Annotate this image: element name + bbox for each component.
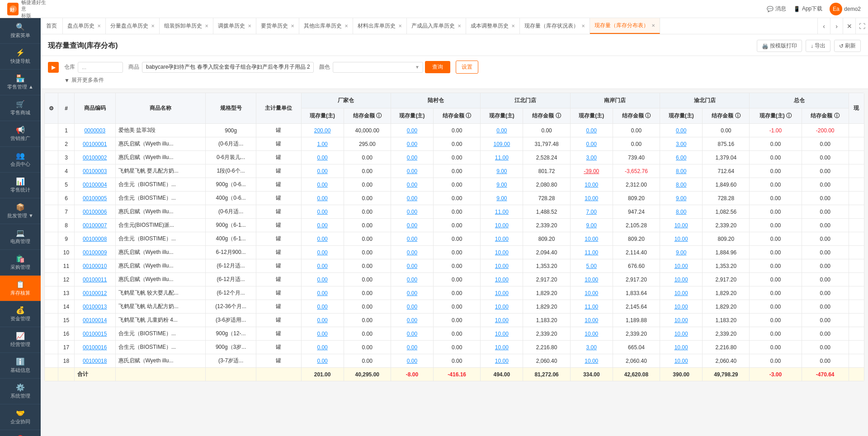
- sidebar-item-inventory[interactable]: 📋 库存核算: [0, 276, 41, 301]
- expand-more-conditions[interactable]: ▼ 展开更多条件: [64, 76, 861, 84]
- th-yb-amt: 结存金额 ⓘ: [703, 108, 750, 124]
- retail-stats-icon: 📊: [0, 177, 41, 186]
- tab-qty-count[interactable]: 分量盘点单历史 ✕: [106, 18, 160, 34]
- sidebar-item-wholesale[interactable]: 📦 批发管理 ▼: [0, 198, 41, 224]
- table-row: 1100100010惠氏启赋（Wyeth illu...(6-12月适...罐0…: [45, 259, 864, 273]
- marketing-icon: 📢: [0, 126, 41, 134]
- tab-cost-adjust[interactable]: 成本调整单历史 ✕: [466, 18, 520, 34]
- tab-material-out[interactable]: 材料出库单历史 ✕: [353, 18, 407, 34]
- table-row: 800100007合生元(BIOSTIME)派...900g（6-1...罐0.…: [45, 219, 864, 232]
- wholesale-icon: 📦: [0, 203, 41, 211]
- logo-icon: 好: [7, 3, 19, 15]
- app-download-btn[interactable]: 📱 App下载: [793, 5, 822, 13]
- sidebar-item-ecommerce[interactable]: 💻 电商管理: [0, 224, 41, 250]
- tab-transfer[interactable]: 调拨单历史 ✕: [213, 18, 256, 34]
- tab-close-icon[interactable]: ✕: [581, 23, 585, 28]
- sidebar-item-cooperation[interactable]: 🤝 企业协同: [0, 404, 41, 430]
- export-icon: ↓: [811, 43, 813, 49]
- refresh-btn[interactable]: ↺ 刷新: [834, 40, 861, 52]
- app-icon: 📱: [793, 6, 800, 12]
- setting-btn[interactable]: 设置: [456, 61, 478, 74]
- tab-stock-dist[interactable]: 现存量（库存分布表） ✕: [590, 18, 660, 34]
- color-dropdown-icon: ▼: [415, 65, 420, 70]
- tab-close-icon[interactable]: ✕: [97, 23, 101, 28]
- print-icon: 🖨️: [762, 43, 769, 49]
- tab-other-out[interactable]: 其他出库单历史 ✕: [299, 18, 353, 34]
- svg-text:好: 好: [9, 7, 15, 12]
- tab-prev-btn[interactable]: ‹: [817, 18, 830, 34]
- sidebar-item-search[interactable]: 🔍 搜索英单: [0, 18, 41, 44]
- tab-close-icon[interactable]: ✕: [511, 23, 515, 28]
- inventory-icon: 📋: [0, 280, 41, 289]
- sidebar-item-marketing[interactable]: 📢 营销推广: [0, 121, 41, 147]
- th-yb-qty: 现存量(主): [660, 108, 703, 124]
- tab-close-icon[interactable]: ✕: [398, 23, 402, 28]
- th-no: #: [58, 93, 75, 124]
- tab-close-icon[interactable]: ✕: [651, 23, 655, 28]
- sidebar-item-purchase[interactable]: 🛍️ 采购管理: [0, 250, 41, 276]
- inventory-table: ⚙ # 商品编码 商品名称 规格型号 主计量单位 厂家仓 陆村仓 江北门店 南岸…: [44, 93, 864, 381]
- table-row: 300100002惠氏启赋（Wyeth illu...0-6月装儿...罐0.0…: [45, 151, 864, 164]
- table-row: 1000100009惠氏启赋（Wyeth illu...6-12月900...罐…: [45, 246, 864, 259]
- page-title: 现存量查询(库存分布): [48, 41, 118, 51]
- message-icon: 💬: [767, 6, 774, 12]
- table-row: 700100006惠氏启赋（Wyeth illu...(0-6月适...罐0.0…: [45, 205, 864, 219]
- tab-stock-status[interactable]: 现存量（库存状况表） ✕: [520, 18, 590, 34]
- table-row: 1700100016合生元（BIOSTIME）...900g（3岁...罐0.0…: [45, 341, 864, 354]
- th-jbmd-qty: 现存量(主): [481, 108, 523, 124]
- product-filter: 商品: [128, 62, 314, 73]
- tab-close-all-btn[interactable]: ✕: [843, 18, 855, 34]
- th-cjc-qty: 现存量(主): [301, 108, 344, 124]
- export-btn[interactable]: ↓ 导出: [806, 40, 830, 52]
- sidebar-item-retail-mgmt[interactable]: 🏪 零售管理 ▲: [0, 70, 41, 95]
- tab-next-btn[interactable]: ›: [830, 18, 843, 34]
- table-row: 1200100011惠氏启赋（Wyeth illu...(6-12月适...罐0…: [45, 273, 864, 286]
- sidebar-item-finance[interactable]: 💰 资金管理: [0, 301, 41, 327]
- sidebar-item-guide[interactable]: 🎯 新手引导: [0, 430, 41, 436]
- tab-requisition[interactable]: 要货单历史 ✕: [256, 18, 299, 34]
- th-total-amt: 结存金额 ⓘ: [802, 108, 849, 124]
- warehouse-filter: 仓库: [64, 62, 123, 73]
- th-total-group: 总仓: [750, 93, 849, 108]
- sidebar-item-system[interactable]: ⚙️ 系统管理: [0, 379, 41, 404]
- filter-expand-btn[interactable]: ▶: [48, 62, 59, 73]
- th-unit: 主计量单位: [256, 93, 301, 124]
- ecommerce-icon: 💻: [0, 229, 41, 237]
- sidebar-item-basic-info[interactable]: ℹ️ 基础信息: [0, 353, 41, 379]
- retail-mgmt-icon: 🏪: [0, 74, 41, 83]
- th-lcc-group: 陆村仓: [391, 93, 480, 108]
- color-input[interactable]: [333, 62, 423, 73]
- th-settings: ⚙: [45, 93, 58, 124]
- sidebar-item-quick-nav[interactable]: ⚡ 快捷导航: [0, 44, 41, 70]
- sidebar-item-retail-stats[interactable]: 📊 零售统计: [0, 173, 41, 198]
- tab-close-icon[interactable]: ✕: [291, 23, 294, 28]
- tab-product-in[interactable]: 产成品入库单历史 ✕: [407, 18, 466, 34]
- search-btn[interactable]: 查询: [425, 61, 450, 73]
- system-icon: ⚙️: [0, 383, 41, 392]
- basic-info-icon: ℹ️: [0, 357, 41, 366]
- table-row: 1300100012飞鹤星飞帆 较大婴儿配...(6-12个月...罐0.000…: [45, 286, 864, 300]
- tab-close-icon[interactable]: ✕: [458, 23, 461, 28]
- sidebar-item-member[interactable]: 👥 会员中心: [0, 147, 41, 173]
- summary-row: 合计201.0040,295.00-8.00-416.16494.0081,27…: [45, 368, 864, 381]
- tab-close-icon[interactable]: ✕: [248, 23, 251, 28]
- avatar: Ea: [830, 3, 842, 15]
- sidebar-item-retail-mall[interactable]: 🛒 零售商城: [0, 95, 41, 121]
- tab-close-icon[interactable]: ✕: [344, 23, 348, 28]
- tab-inventory-count[interactable]: 盘点单历史 ✕: [63, 18, 106, 34]
- user-menu[interactable]: Ea demo2: [830, 3, 861, 15]
- tab-close-icon[interactable]: ✕: [205, 23, 208, 28]
- tab-close-icon[interactable]: ✕: [151, 23, 155, 28]
- product-input[interactable]: [142, 62, 314, 73]
- tab-home[interactable]: 首页: [41, 18, 63, 34]
- th-jbmd-group: 江北门店: [481, 93, 570, 108]
- print-btn[interactable]: 🖨️ 按模版打印: [757, 40, 802, 52]
- table-row: 400100003飞鹤星飞帆 婴儿配方奶...1段(0-6个...罐0.000.…: [45, 164, 864, 178]
- th-total-qty: 现存量(主) ⓘ: [750, 108, 802, 124]
- message-btn[interactable]: 💬 消息: [767, 5, 786, 13]
- tab-expand-btn[interactable]: ⛶: [855, 18, 868, 34]
- warehouse-input[interactable]: [78, 62, 123, 73]
- sidebar-item-operations[interactable]: 📈 经营管理: [0, 327, 41, 353]
- table-row: 1500100014飞鹤星飞帆 儿童奶粉 4...(3-6岁适用...罐0.00…: [45, 314, 864, 327]
- tab-assembly[interactable]: 组装拆卸单历史 ✕: [160, 18, 213, 34]
